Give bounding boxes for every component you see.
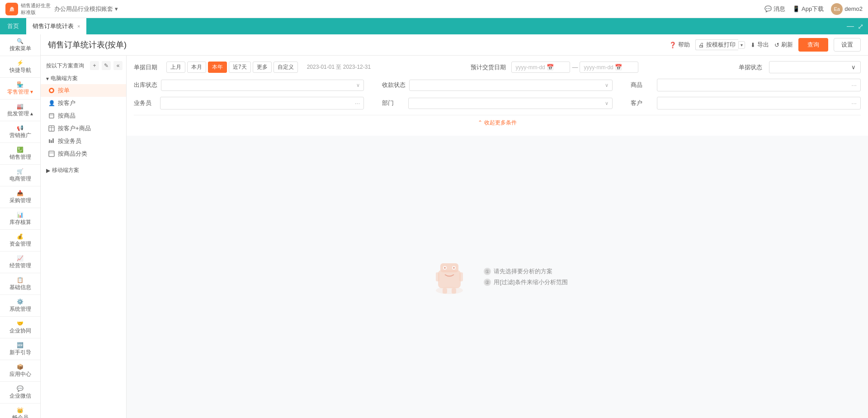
export-btn[interactable]: ⬇ 导出: [750, 41, 769, 49]
plan-item-by-customer[interactable]: 👤 按客户: [41, 97, 126, 109]
help-icon: ❓: [669, 42, 676, 48]
plan-customer-goods-icon: [48, 125, 55, 132]
svg-rect-4: [49, 114, 54, 118]
date-btn-more[interactable]: 更多: [253, 62, 272, 73]
help-btn[interactable]: ❓ 帮助: [669, 41, 690, 49]
date-btn-last-month[interactable]: 上月: [166, 62, 185, 73]
tip-num-2: ②: [484, 279, 491, 286]
sidebar-item-purchase[interactable]: 📥 采购管理: [0, 186, 40, 208]
tab-active[interactable]: 销售订单统计表 ×: [26, 18, 86, 34]
tab-home[interactable]: 首页: [0, 18, 26, 34]
settings-button[interactable]: 设置: [834, 38, 861, 52]
sidebar-item-inventory[interactable]: 📊 库存核算: [0, 208, 40, 230]
mobile-section-title: ▶ 移动端方案: [41, 164, 126, 176]
svg-point-19: [444, 267, 446, 269]
sidebar-item-search[interactable]: 🔍 搜索菜单: [0, 34, 40, 56]
plan-item-by-customer-goods[interactable]: 按客户+商品: [41, 122, 126, 135]
print-icon: 🖨: [698, 42, 704, 48]
message-btn[interactable]: 💬 消息: [764, 5, 785, 13]
collapse-panel-btn[interactable]: «: [113, 61, 123, 70]
sidebar-item-sales[interactable]: 💹 销售管理: [0, 143, 40, 165]
date-btn-7days[interactable]: 近7天: [229, 62, 251, 73]
refresh-btn[interactable]: ↺ 刷新: [774, 41, 793, 49]
svg-point-20: [453, 267, 455, 269]
goods-dots-icon[interactable]: ···: [851, 81, 857, 89]
sidebar-item-quicknav[interactable]: ⚡ 快捷导航: [0, 56, 40, 78]
edit-plan-btn[interactable]: ✎: [102, 61, 111, 70]
plan-item-by-goods-category[interactable]: 按商品分类: [41, 147, 126, 160]
payment-status-label: 收款状态: [382, 81, 406, 89]
plan-item-by-order[interactable]: 按单: [41, 84, 126, 97]
customer-input[interactable]: ···: [657, 97, 861, 109]
add-plan-btn[interactable]: +: [90, 61, 99, 70]
avatar: Ea: [831, 3, 843, 15]
sidebar-item-newuser[interactable]: 🆕 新手引导: [0, 338, 40, 360]
sidebar-item-corpwechat[interactable]: 💬 企业微信: [0, 382, 40, 404]
empty-tip-2: ② 用[过滤]条件来缩小分析范围: [484, 278, 567, 286]
goods-cell: 商品 ···: [631, 79, 861, 91]
department-select[interactable]: ∨: [408, 98, 612, 109]
salesperson-dots-icon[interactable]: ···: [355, 100, 360, 107]
purchase-icon: 📥: [17, 190, 24, 196]
app-download-btn[interactable]: 📱 App下载: [793, 5, 824, 13]
ecommerce-icon: 🛒: [17, 168, 24, 175]
mobile-icon: 📱: [793, 5, 800, 12]
plan-item-by-salesperson[interactable]: 按业务员: [41, 135, 126, 147]
status-select[interactable]: ∨: [769, 61, 861, 73]
date-btn-this-month[interactable]: 本月: [187, 62, 206, 73]
ship-chevron-icon: ∨: [356, 82, 360, 88]
department-label: 部门: [382, 99, 405, 107]
plan-item-by-goods[interactable]: 按商品: [41, 109, 126, 122]
sidebar-item-basic[interactable]: 📋 基础信息: [0, 273, 40, 295]
sidebar-item-system[interactable]: ⚙️ 系统管理: [0, 295, 40, 317]
empty-state-area: ① 请先选择要分析的方案 ② 用[过滤]条件来缩小分析范围: [127, 136, 868, 418]
expected-date-range: yyyy-mm-dd 📅 — yyyy-mm-dd 📅: [511, 62, 638, 73]
template-print-btn[interactable]: 🖨 按模板打印: [695, 39, 738, 50]
template-print-arrow[interactable]: ▾: [738, 41, 745, 49]
logo-area: 鼎 销售通好生意 标准版: [5, 2, 51, 15]
svg-rect-21: [436, 272, 439, 281]
export-icon: ⬇: [750, 42, 755, 48]
salesperson-cell: 业务员 ···: [134, 97, 364, 109]
basic-icon: 📋: [17, 277, 24, 283]
logo-text: 销售通好生意 标准版: [21, 2, 51, 15]
svg-rect-22: [459, 272, 463, 281]
department-cell: 部门 ∨: [382, 98, 612, 109]
payment-status-select[interactable]: ∨: [409, 80, 612, 91]
user-avatar-area[interactable]: Ea demo2: [831, 3, 863, 15]
calendar-icon-start: 📅: [547, 64, 554, 71]
goods-input[interactable]: ···: [657, 79, 861, 91]
tab-close-btn[interactable]: ×: [77, 24, 80, 29]
sidebar-item-marketing[interactable]: 📢 营销推广: [0, 121, 40, 143]
expected-date-start[interactable]: yyyy-mm-dd 📅: [511, 62, 570, 73]
query-button[interactable]: 查询: [798, 38, 828, 52]
svg-rect-12: [49, 151, 54, 157]
ship-status-select[interactable]: ∨: [161, 80, 364, 91]
sidebar-item-enterprise[interactable]: 🤝 企业协同: [0, 317, 40, 338]
svg-rect-23: [443, 288, 447, 294]
svg-rect-9: [49, 139, 50, 143]
sidebar-item-ecommerce[interactable]: 🛒 电商管理: [0, 165, 40, 186]
enterprise-icon: 🤝: [17, 320, 24, 327]
window-maximize-btn[interactable]: ⤢: [858, 22, 863, 31]
sidebar-item-operations[interactable]: 📈 经营管理: [0, 252, 40, 273]
workspace-selector[interactable]: 办公用品行业模拟账套 ▾: [54, 5, 761, 13]
sidebar-item-wholesale[interactable]: 🏭 批发管理 ▴: [0, 100, 40, 121]
salesperson-label: 业务员: [134, 99, 156, 107]
ship-status-label: 出库状态: [134, 81, 157, 89]
sidebar-item-retail[interactable]: 🏪 零售管理 ▾: [0, 78, 40, 100]
date-btn-custom[interactable]: 自定义: [274, 62, 298, 73]
sidebar-item-finance[interactable]: 💰 资金管理: [0, 230, 40, 252]
sidebar-item-member[interactable]: 👑 畅会员: [0, 404, 40, 418]
collapse-filter-btn[interactable]: ⌃ 收起更多条件: [134, 115, 861, 130]
window-minimize-btn[interactable]: —: [847, 22, 854, 30]
customer-dots-icon[interactable]: ···: [851, 100, 857, 107]
salesperson-input[interactable]: ···: [160, 97, 364, 109]
search-icon: 🔍: [17, 38, 24, 44]
sales-icon: 💹: [17, 147, 24, 153]
filter-row-3: 业务员 ··· 部门 ∨: [134, 97, 861, 109]
sidebar-item-appcenter[interactable]: 📦 应用中心: [0, 360, 40, 382]
expected-date-end[interactable]: yyyy-mm-dd 📅: [580, 62, 638, 73]
date-btn-this-year[interactable]: 本年: [208, 62, 227, 73]
tip-num-1: ①: [484, 268, 491, 275]
